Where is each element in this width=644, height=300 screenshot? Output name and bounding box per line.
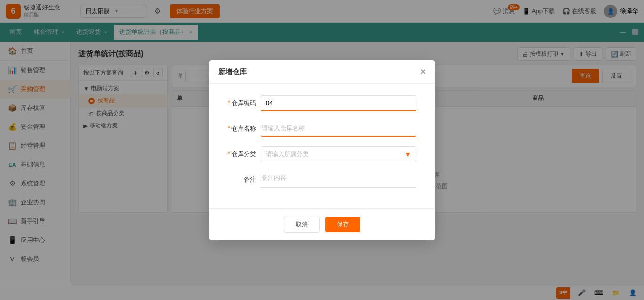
form-row-name: 仓库名称 (228, 121, 416, 137)
warehouse-category-select[interactable]: 请输入所属分类 ▼ (261, 146, 416, 162)
name-label: 仓库名称 (228, 125, 261, 133)
category-label: 仓库分类 (228, 150, 261, 158)
form-row-code: 仓库编码 (228, 95, 416, 111)
form-row-category: 仓库分类 请输入所属分类 ▼ (228, 146, 416, 162)
note-input[interactable] (261, 172, 416, 188)
warehouse-dialog: 新增仓库 × 仓库编码 仓库名称 仓库分类 请输入所属分类 ▼ (209, 60, 435, 240)
dialog-overlay: 新增仓库 × 仓库编码 仓库名称 仓库分类 请输入所属分类 ▼ (0, 0, 644, 300)
dialog-title: 新增仓库 (218, 67, 247, 76)
code-label: 仓库编码 (228, 99, 261, 108)
cancel-button[interactable]: 取消 (284, 217, 320, 233)
dialog-body: 仓库编码 仓库名称 仓库分类 请输入所属分类 ▼ 备注 (209, 84, 435, 208)
dialog-header: 新增仓库 × (209, 60, 435, 84)
note-label: 备注 (228, 175, 261, 184)
save-button[interactable]: 保存 (325, 217, 360, 232)
warehouse-name-input[interactable] (261, 121, 416, 137)
warehouse-code-input[interactable] (261, 95, 416, 111)
dialog-close-button[interactable]: × (421, 67, 426, 77)
form-row-note: 备注 (228, 172, 416, 188)
category-dropdown-arrow: ▼ (405, 150, 411, 158)
category-placeholder: 请输入所属分类 (266, 150, 309, 158)
dialog-footer: 取消 保存 (209, 208, 435, 240)
